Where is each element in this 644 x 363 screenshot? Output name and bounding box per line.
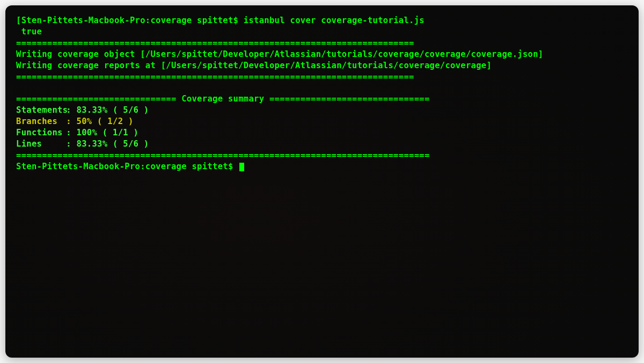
terminal-content: [Sten-Pittets-Macbook-Pro:coverage spitt… xyxy=(16,15,628,172)
metric-value: : 83.33% ( 5/6 ) xyxy=(66,139,149,149)
metric-functions: Functions: 100% ( 1/1 ) xyxy=(16,127,628,139)
divider-line: ========================================… xyxy=(16,38,628,49)
metric-value: : 83.33% ( 5/6 ) xyxy=(66,105,149,115)
metric-label: Lines xyxy=(16,139,66,150)
metric-lines: Lines: 83.33% ( 5/6 ) xyxy=(16,139,628,150)
typed-command: istanbul cover coverage-tutorial.js xyxy=(244,16,425,25)
metric-value: : 100% ( 1/1 ) xyxy=(66,128,138,137)
metric-value: : 50% ( 1/2 ) xyxy=(66,117,133,126)
prompt-text: Sten-Pittets-Macbook-Pro:coverage spitte… xyxy=(16,162,238,171)
cursor-block xyxy=(239,163,244,171)
divider-line: ========================================… xyxy=(16,71,628,83)
coverage-summary-header: =============================== Coverage… xyxy=(16,93,628,105)
metric-branches: Branches: 50% ( 1/2 ) xyxy=(16,116,628,127)
prompt-text: [Sten-Pittets-Macbook-Pro:coverage spitt… xyxy=(16,16,244,25)
metric-statements: Statements: 83.33% ( 5/6 ) xyxy=(16,105,628,116)
metric-label: Functions xyxy=(16,127,66,139)
command-line: [Sten-Pittets-Macbook-Pro:coverage spitt… xyxy=(16,15,628,26)
divider-line: ========================================… xyxy=(16,150,628,161)
metric-label: Statements xyxy=(16,105,66,116)
metric-label: Branches xyxy=(16,116,66,127)
writing-coverage-object: Writing coverage object [/Users/spittet/… xyxy=(16,49,628,60)
terminal-window[interactable]: [Sten-Pittets-Macbook-Pro:coverage spitt… xyxy=(5,5,639,358)
blank-line xyxy=(16,83,628,94)
writing-coverage-reports: Writing coverage reports at [/Users/spit… xyxy=(16,60,628,71)
output-true: true xyxy=(16,26,628,38)
prompt-line[interactable]: Sten-Pittets-Macbook-Pro:coverage spitte… xyxy=(16,161,628,172)
